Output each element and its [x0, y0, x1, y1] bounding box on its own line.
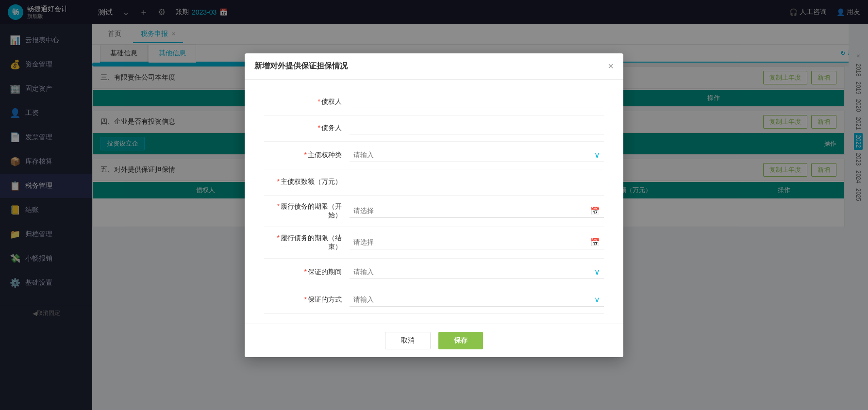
cancel-button[interactable]: 取消 — [385, 332, 431, 349]
modal-body: *债权人 *债务人 *主债权种类 ∨ — [245, 80, 623, 324]
select-guarantee-period[interactable]: ∨ — [350, 265, 604, 279]
calendar-end-icon[interactable]: 📅 — [590, 238, 600, 247]
form-row-creditor: *债权人 — [264, 89, 604, 115]
modal-close-btn[interactable]: × — [608, 61, 614, 71]
select-debt-type[interactable]: ∨ — [350, 148, 604, 162]
save-button[interactable]: 保存 — [438, 332, 483, 349]
guarantee-method-input[interactable] — [353, 295, 594, 303]
calendar-start-icon[interactable]: 📅 — [590, 206, 600, 215]
label-debt-type: *主债权种类 — [264, 151, 342, 160]
label-creditor: *债权人 — [264, 98, 342, 106]
label-debt-start: *履行债务的期限（开始） — [264, 202, 342, 220]
guarantee-period-input[interactable] — [353, 268, 594, 276]
label-debtor: *债务人 — [264, 124, 342, 132]
form-row-debt-amount: *主债权数额（万元） — [264, 169, 604, 196]
modal-overlay: 新增对外提供保证担保情况 × *债权人 *债务人 *主债权种类 — [0, 0, 868, 410]
date-debt-start[interactable]: 📅 — [350, 204, 604, 218]
guarantee-method-arrow-icon[interactable]: ∨ — [594, 295, 600, 304]
input-creditor[interactable] — [350, 96, 604, 108]
form-row-guarantee-period: *保证的期间 ∨ — [264, 259, 604, 286]
form-row-debt-end: *履行债务的期限（结束） 📅 — [264, 227, 604, 259]
form-row-debtor: *债务人 — [264, 115, 604, 142]
label-guarantee-method: *保证的方式 — [264, 295, 342, 304]
modal-footer: 取消 保存 — [245, 324, 623, 357]
label-debt-end: *履行债务的期限（结束） — [264, 234, 342, 251]
debt-type-input[interactable] — [353, 151, 594, 159]
debt-start-input[interactable] — [353, 207, 590, 214]
input-debt-amount[interactable] — [350, 176, 604, 188]
debt-end-input[interactable] — [353, 238, 590, 246]
debt-type-arrow-icon[interactable]: ∨ — [594, 150, 600, 160]
form-row-guarantee-method: *保证的方式 ∨ — [264, 286, 604, 314]
select-guarantee-method[interactable]: ∨ — [350, 293, 604, 307]
form-row-debt-type: *主债权种类 ∨ — [264, 142, 604, 169]
guarantee-period-arrow-icon[interactable]: ∨ — [594, 267, 600, 277]
input-debtor[interactable] — [350, 122, 604, 134]
modal: 新增对外提供保证担保情况 × *债权人 *债务人 *主债权种类 — [245, 53, 623, 357]
modal-header: 新增对外提供保证担保情况 × — [245, 53, 623, 80]
date-debt-end[interactable]: 📅 — [350, 236, 604, 249]
modal-title: 新增对外提供保证担保情况 — [254, 61, 348, 71]
label-guarantee-period: *保证的期间 — [264, 268, 342, 277]
label-debt-amount: *主债权数额（万元） — [264, 178, 342, 186]
form-row-debt-start: *履行债务的期限（开始） 📅 — [264, 196, 604, 227]
